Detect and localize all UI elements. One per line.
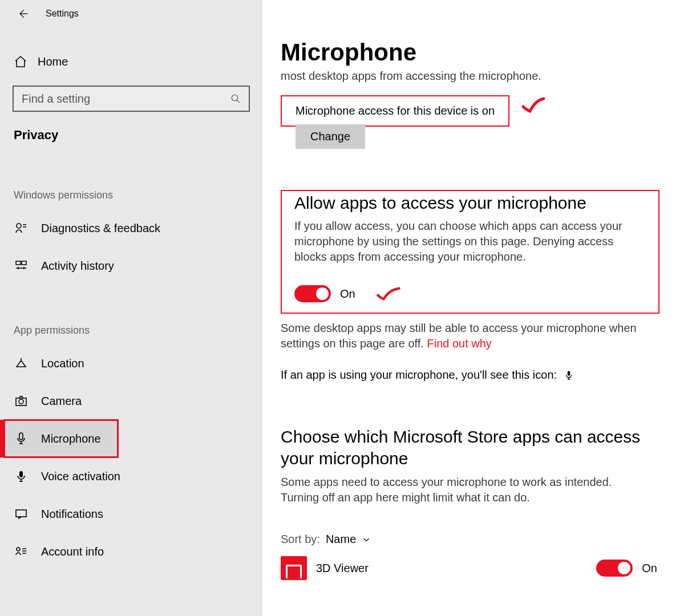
sidebar-item-label: Voice activation [41,470,120,483]
sort-label: Sort by: [281,533,320,546]
desktop-apps-note: Some desktop apps may still be able to a… [281,321,657,351]
camera-icon [14,394,29,408]
intro-truncated-text: most desktop apps from accessing the mic… [281,70,667,83]
back-button[interactable] [0,8,46,19]
sidebar-item-label: Camera [41,395,82,408]
main-content: Microphone most desktop apps from access… [262,0,688,616]
settings-sidebar: Settings Home Privacy Windows permission… [0,0,262,616]
allow-apps-body: If you allow access, you can choose whic… [294,218,647,265]
allow-apps-heading: Allow apps to access your microphone [294,193,647,213]
svg-rect-2 [16,261,21,265]
search-icon [229,94,242,104]
home-icon [14,55,27,68]
account-icon [14,545,29,558]
sort-by-dropdown[interactable]: Sort by: Name [281,533,667,546]
app-toggle-state: On [642,562,657,575]
microphone-icon [14,432,29,445]
search-input[interactable] [22,92,229,106]
arrow-left-icon [17,8,29,19]
annotation-checkmark-icon [521,96,546,114]
svg-point-5 [19,399,23,404]
section-title-privacy: Privacy [0,112,262,143]
feedback-icon [14,221,29,235]
toggle-state-label: On [340,287,355,301]
svg-point-1 [17,224,21,228]
app-title: Settings [46,9,79,19]
sidebar-item-label: Microphone [41,432,101,445]
change-button[interactable]: Change [296,124,365,149]
timeline-icon [14,259,29,273]
svg-rect-10 [568,371,570,375]
sidebar-item-account-info[interactable]: Account info [0,533,262,570]
allow-apps-toggle[interactable] [294,285,331,302]
svg-rect-6 [19,433,23,440]
sidebar-item-label: Location [41,357,84,370]
group-heading-app-permissions: App permissions [0,325,262,337]
app-tile-icon [281,556,307,580]
microphone-indicator-icon [564,369,574,382]
app-row-3d-viewer: 3D Viewer On [281,556,657,580]
notifications-icon [14,507,29,521]
app-name: 3D Viewer [316,562,587,575]
voice-icon [14,469,29,483]
choose-apps-body: Some apps need to access your microphone… [281,475,646,505]
sidebar-item-voice-activation[interactable]: Voice activation [0,457,262,495]
page-title: Microphone [281,39,667,66]
sidebar-item-activity-history[interactable]: Activity history [0,247,262,285]
sidebar-item-home[interactable]: Home [0,43,262,80]
sidebar-item-location[interactable]: Location [0,345,262,382]
allow-apps-section: Allow apps to access your microphone If … [281,190,659,314]
sidebar-item-microphone[interactable]: Microphone [0,420,262,457]
mic-access-status: Microphone access for this device is on [281,95,509,127]
svg-rect-7 [19,471,23,477]
svg-point-9 [17,548,20,551]
annotation-checkmark-icon [376,285,401,302]
svg-point-0 [232,95,238,101]
sidebar-item-label: Activity history [41,260,114,273]
sidebar-item-label: Account info [41,545,104,558]
app-toggle-3d-viewer[interactable] [596,560,633,577]
sort-value: Name [326,533,356,546]
sidebar-item-label: Diagnostics & feedback [41,222,160,235]
search-input-container[interactable] [13,86,250,112]
svg-rect-8 [16,510,26,517]
chevron-down-icon [362,535,371,544]
choose-apps-heading: Choose which Microsoft Store apps can ac… [281,426,646,469]
group-heading-windows-permissions: Windows permissions [0,189,262,201]
svg-rect-3 [22,261,26,265]
find-out-why-link[interactable]: Find out why [427,337,491,350]
location-icon [14,356,29,370]
sidebar-item-notifications[interactable]: Notifications [0,495,262,533]
home-label: Home [38,55,68,68]
mic-in-use-note: If an app is using your microphone, you'… [281,368,557,382]
sidebar-item-label: Notifications [41,508,103,521]
sidebar-item-diagnostics[interactable]: Diagnostics & feedback [0,209,262,247]
sidebar-item-camera[interactable]: Camera [0,382,262,420]
